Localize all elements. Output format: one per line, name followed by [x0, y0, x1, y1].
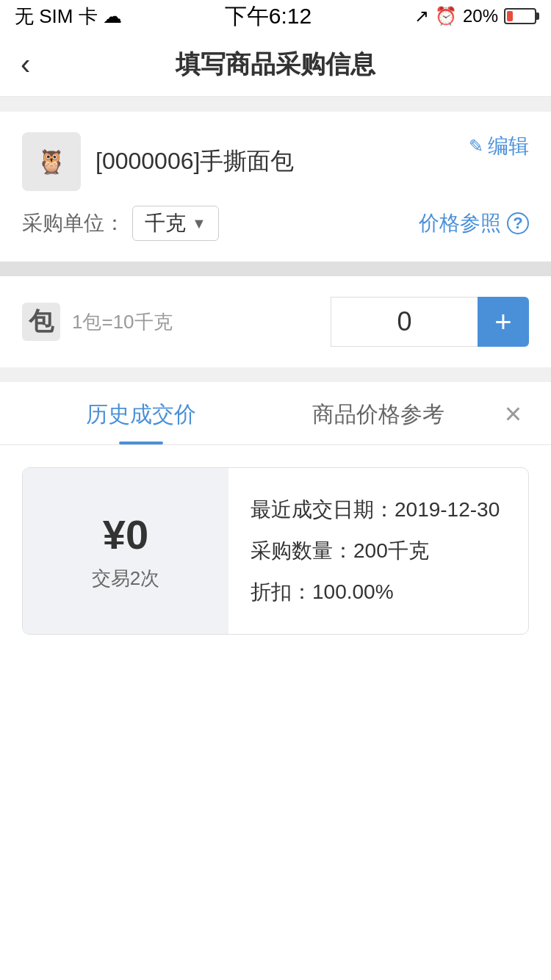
status-right: ↗ ⏰ 20% [414, 6, 536, 26]
price-detail-panel: 最近成交日期：2019-12-30 采购数量：200千克 折扣：100.00% [228, 468, 528, 634]
edit-label: 编辑 [488, 132, 529, 160]
dropdown-arrow-icon: ▼ [192, 215, 206, 232]
product-unit-row: 采购单位： 千克 ▼ 价格参照 ? [22, 206, 529, 241]
alarm-icon: ⏰ [435, 6, 457, 26]
plus-icon: + [494, 306, 511, 339]
quantity-row: 包 1包=10千克 0 + [0, 276, 551, 367]
discount-value: 100.00% [312, 580, 394, 603]
price-display: ¥0 [103, 511, 148, 558]
tab-active-indicator [119, 442, 163, 444]
edit-icon: ✎ [469, 136, 483, 156]
currency-symbol: ¥ [103, 511, 126, 558]
section-divider [0, 262, 551, 276]
quantity-label: 采购数量： [251, 539, 353, 562]
navigation-icon: ↗ [414, 6, 429, 26]
tab-history-label: 历史成交价 [86, 402, 196, 426]
price-number: 0 [126, 511, 148, 558]
product-logo-icon: 🦉 [37, 148, 66, 176]
unit-label: 采购单位： [22, 209, 125, 237]
price-summary-panel: ¥0 交易2次 [23, 468, 228, 634]
tab-content-history: ¥0 交易2次 最近成交日期：2019-12-30 采购数量：200千克 折扣：… [0, 445, 551, 657]
package-icon: 包 [22, 303, 60, 341]
recent-date-label: 最近成交日期： [251, 498, 395, 521]
price-reference-button[interactable]: 价格参照 ? [419, 209, 529, 237]
status-left: 无 SIM 卡 ☁ [15, 4, 122, 29]
quantity-input[interactable]: 0 [331, 297, 478, 347]
status-bar: 无 SIM 卡 ☁ 下午6:12 ↗ ⏰ 20% [0, 0, 551, 32]
tab-product-price-label: 商品价格参考 [312, 402, 444, 426]
page-title: 填写商品采购信息 [176, 48, 375, 82]
battery-percent: 20% [463, 6, 498, 26]
nav-bar: ‹ 填写商品采购信息 [0, 32, 551, 97]
status-time: 下午6:12 [225, 1, 311, 32]
sim-signal-text: 无 SIM 卡 ☁ [15, 4, 122, 29]
tab-product-price[interactable]: 商品价格参考 [259, 382, 497, 444]
discount-row: 折扣：100.00% [251, 577, 506, 608]
recent-date-row: 最近成交日期：2019-12-30 [251, 494, 506, 525]
recent-date-value: 2019-12-30 [395, 498, 500, 521]
help-icon: ? [507, 212, 529, 234]
unit-value: 千克 [145, 209, 186, 237]
tab-history-price[interactable]: 历史成交价 [22, 382, 259, 444]
edit-button[interactable]: ✎ 编辑 [469, 132, 529, 160]
product-thumbnail: 🦉 [22, 132, 81, 191]
purchase-quantity-row: 采购数量：200千克 [251, 536, 506, 566]
back-button[interactable]: ‹ [21, 48, 30, 81]
product-header: 🦉 [0000006]手撕面包 ✎ 编辑 [22, 132, 529, 191]
quantity-detail-value: 200千克 [353, 539, 429, 562]
product-left: 🦉 [0000006]手撕面包 [22, 132, 294, 191]
tabs-panel: 历史成交价 商品价格参考 × ¥0 交易2次 最近成交日期：2019-12-30… [0, 382, 551, 657]
tabs-header: 历史成交价 商品价格参考 × [0, 382, 551, 445]
discount-label: 折扣： [251, 580, 312, 603]
close-button[interactable]: × [497, 392, 529, 436]
conversion-text: 1包=10千克 [72, 309, 173, 335]
battery-icon [504, 8, 536, 24]
trade-count: 交易2次 [92, 566, 159, 591]
quantity-unit-info: 包 1包=10千克 [22, 303, 173, 341]
price-ref-label: 价格参照 [419, 209, 501, 237]
product-card: 🦉 [0000006]手撕面包 ✎ 编辑 采购单位： 千克 ▼ 价格参照 ? [0, 112, 551, 262]
quantity-control: 0 + [331, 297, 529, 347]
unit-select-dropdown[interactable]: 千克 ▼ [132, 206, 219, 241]
product-name: [0000006]手撕面包 [96, 145, 294, 178]
price-card: ¥0 交易2次 最近成交日期：2019-12-30 采购数量：200千克 折扣：… [22, 467, 529, 635]
bao-label: 包 [29, 305, 54, 339]
bottom-area [0, 657, 551, 980]
increment-button[interactable]: + [478, 297, 529, 347]
